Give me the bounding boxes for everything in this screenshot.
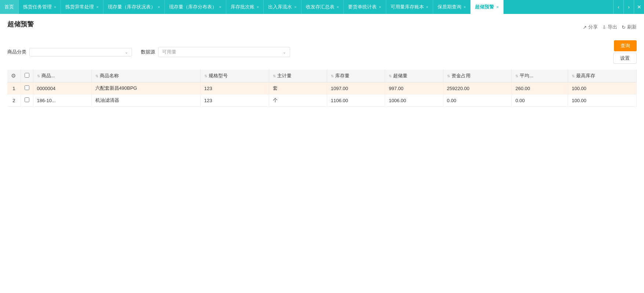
sort-icon-product_name: ⇅ xyxy=(95,74,98,78)
nav-item-close-11[interactable]: × xyxy=(496,5,498,9)
col-header-overstock[interactable]: ⇅超储量 xyxy=(385,70,443,82)
nav-item-close-10[interactable]: × xyxy=(464,5,466,9)
cell-overstock-0: 997.00 xyxy=(385,82,443,94)
refresh-icon: ↻ xyxy=(622,25,626,30)
cell-capital-0: 259220.00 xyxy=(443,82,512,94)
row-checkbox-1[interactable] xyxy=(21,94,33,107)
nav-item-label-2: 拣货异常处理 xyxy=(65,4,94,10)
refresh-button[interactable]: ↻ 刷新 xyxy=(622,24,637,30)
nav-item-0[interactable]: 首页 xyxy=(0,0,19,14)
col-header-unit[interactable]: ⇅主计量 xyxy=(269,70,327,82)
table-body: 10000004六配套新昌490BPG123套1097.00997.002592… xyxy=(7,82,637,107)
cell-unit-0: 套 xyxy=(269,82,327,94)
row-checkbox-0[interactable] xyxy=(21,82,33,94)
cell-capital-1: 0.00 xyxy=(443,94,512,107)
nav-item-close-9[interactable]: × xyxy=(426,5,428,9)
cell-product_code-1: 186-10... xyxy=(33,94,91,107)
nav-item-close-2[interactable]: × xyxy=(96,5,98,9)
cell-unit-1: 个 xyxy=(269,94,327,107)
nav-next-button[interactable]: › xyxy=(623,0,634,14)
col-header-product_name[interactable]: ⇅商品名称 xyxy=(91,70,200,82)
sort-icon-avg: ⇅ xyxy=(515,74,518,78)
row-cb-0[interactable] xyxy=(25,85,29,90)
select-all-checkbox[interactable] xyxy=(25,73,29,78)
nav-item-4[interactable]: 现存量（库存分布表） × xyxy=(165,0,226,14)
share-button[interactable]: ↗ 分享 xyxy=(583,24,598,30)
cell-product_code-0: 0000004 xyxy=(33,82,91,94)
nav-item-6[interactable]: 出入库流水 × xyxy=(264,0,301,14)
nav-close-button[interactable]: ✕ xyxy=(634,0,644,14)
nav-item-7[interactable]: 收发存汇总表 × xyxy=(301,0,344,14)
row-cb-1[interactable] xyxy=(25,97,29,102)
nav-item-label-11: 超储预警 xyxy=(475,4,494,10)
datasource-filter: 数据源 可用量 ⌄ xyxy=(141,47,290,57)
datasource-select[interactable]: 可用量 ⌄ xyxy=(158,47,290,57)
nav-item-label-9: 可用量库存账本 xyxy=(391,4,424,10)
nav-item-8[interactable]: 要货单统计表 × xyxy=(344,0,386,14)
nav-item-3[interactable]: 现存量（库存状况表） × xyxy=(103,0,165,14)
nav-item-close-3[interactable]: × xyxy=(158,5,160,9)
data-table: ⚙⇅商品...⇅商品名称⇅规格型号⇅主计量⇅库存量⇅超储量⇅资金占用⇅平均...… xyxy=(7,70,637,107)
col-header-max_stock[interactable]: ⇅最高库存 xyxy=(568,70,637,82)
filter-buttons: 查询 设置 xyxy=(613,40,637,64)
cell-spec-1: 123 xyxy=(200,94,269,107)
nav-item-10[interactable]: 保质期查询 × xyxy=(433,0,471,14)
share-icon: ↗ xyxy=(583,25,587,30)
top-nav: 首页拣货任务管理 ×拣货异常处理 ×现存量（库存状况表） ×现存量（库存分布表）… xyxy=(0,0,644,14)
cell-product_name-1: 机油滤清器 xyxy=(91,94,200,107)
page-content: 超储预警 ↗ 分享 ⇩ 导出 ↻ 刷新 商品分类 ⌄ 数据源 xyxy=(0,14,644,112)
table-row-0: 10000004六配套新昌490BPG123套1097.00997.002592… xyxy=(7,82,637,94)
col-header-product_code[interactable]: ⇅商品... xyxy=(33,70,91,82)
cell-avg-0: 260.00 xyxy=(512,82,568,94)
nav-item-close-8[interactable]: × xyxy=(379,5,381,9)
category-select[interactable]: ⌄ xyxy=(29,48,132,56)
cell-product_name-0: 六配套新昌490BPG xyxy=(91,82,200,94)
page-title: 超储预警 xyxy=(7,20,34,29)
nav-item-label-0: 首页 xyxy=(4,4,14,10)
query-button[interactable]: 查询 xyxy=(614,40,637,51)
filter-row: 商品分类 ⌄ 数据源 可用量 ⌄ 查询 设置 xyxy=(7,40,637,64)
datasource-label: 数据源 xyxy=(141,49,155,55)
cell-overstock-1: 1006.00 xyxy=(385,94,443,107)
sort-icon-capital: ⇅ xyxy=(447,74,450,78)
nav-item-11[interactable]: 超储预警 × xyxy=(471,0,503,14)
table-settings-icon[interactable]: ⚙ xyxy=(7,70,21,82)
nav-item-close-1[interactable]: × xyxy=(54,5,56,9)
col-header-avg[interactable]: ⇅平均... xyxy=(512,70,568,82)
nav-item-label-6: 出入库流水 xyxy=(268,4,292,10)
col-header-spec[interactable]: ⇅规格型号 xyxy=(200,70,269,82)
table-wrapper: ⚙⇅商品...⇅商品名称⇅规格型号⇅主计量⇅库存量⇅超储量⇅资金占用⇅平均...… xyxy=(7,70,637,107)
table-header: ⚙⇅商品...⇅商品名称⇅规格型号⇅主计量⇅库存量⇅超储量⇅资金占用⇅平均...… xyxy=(7,70,637,82)
nav-item-close-5[interactable]: × xyxy=(257,5,259,9)
settings-button[interactable]: 设置 xyxy=(613,53,637,64)
nav-item-5[interactable]: 库存批次账 × xyxy=(226,0,264,14)
nav-item-label-3: 现存量（库存状况表） xyxy=(108,4,155,10)
table-header-checkbox[interactable] xyxy=(21,70,33,82)
nav-item-label-8: 要货单统计表 xyxy=(348,4,377,10)
export-button[interactable]: ⇩ 导出 xyxy=(602,24,617,30)
table-row-1: 2186-10...机油滤清器123个1106.001006.000.000.0… xyxy=(7,94,637,107)
nav-item-label-1: 拣货任务管理 xyxy=(23,4,52,10)
nav-item-label-4: 现存量（库存分布表） xyxy=(169,4,217,10)
datasource-chevron-icon: ⌄ xyxy=(283,50,286,55)
nav-item-2[interactable]: 拣货异常处理 × xyxy=(61,0,103,14)
col-header-capital[interactable]: ⇅资金占用 xyxy=(443,70,512,82)
nav-item-close-7[interactable]: × xyxy=(337,5,339,9)
sort-icon-product_code: ⇅ xyxy=(37,74,40,78)
nav-item-label-7: 收发存汇总表 xyxy=(306,4,334,10)
sort-icon-stock: ⇅ xyxy=(331,74,334,78)
nav-item-close-6[interactable]: × xyxy=(294,5,296,9)
nav-arrows: ‹ › ✕ xyxy=(613,0,644,14)
cell-avg-1: 0.00 xyxy=(512,94,568,107)
nav-item-close-4[interactable]: × xyxy=(219,5,221,9)
row-num-0: 1 xyxy=(7,82,21,94)
cell-spec-0: 123 xyxy=(200,82,269,94)
cell-stock-1: 1106.00 xyxy=(327,94,385,107)
sort-icon-spec: ⇅ xyxy=(204,74,207,78)
col-header-stock[interactable]: ⇅库存量 xyxy=(327,70,385,82)
nav-prev-button[interactable]: ‹ xyxy=(613,0,623,14)
row-num-1: 2 xyxy=(7,94,21,107)
category-chevron-icon: ⌄ xyxy=(125,50,128,55)
nav-item-1[interactable]: 拣货任务管理 × xyxy=(19,0,61,14)
nav-item-9[interactable]: 可用量库存账本 × xyxy=(386,0,433,14)
